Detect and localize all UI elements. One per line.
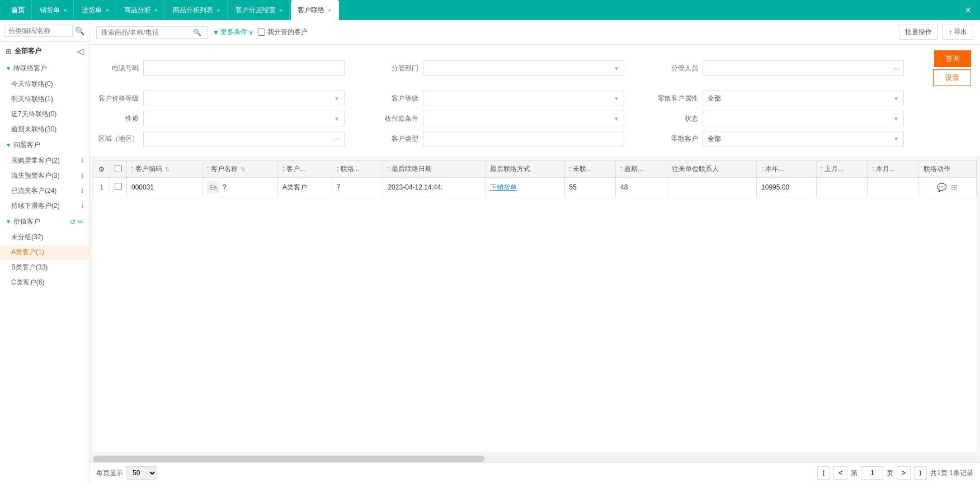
filter-payment-select[interactable]: ▼ [423, 111, 624, 126]
col-type[interactable]: : 客户... [277, 161, 332, 178]
col-code[interactable]: : 客户编码 ⇅ [127, 161, 202, 178]
section-problem-customers[interactable]: ▼ 问题客户 [0, 137, 89, 153]
sidebar-item-declining[interactable]: 持续下滑客户(2) ℹ [0, 198, 89, 214]
row-this-year: 10995.00 [757, 178, 816, 197]
horizontal-scrollbar[interactable] [93, 456, 977, 462]
filter-status-select[interactable]: ▼ [703, 111, 904, 126]
sidebar-item-ungrouped-label: 未分组(32) [11, 233, 83, 242]
sidebar-item-7days-label: 近7天待联络(0) [11, 110, 83, 119]
select-all-checkbox[interactable] [115, 165, 122, 172]
tab-product-analysis[interactable]: 商品分析 × [117, 0, 165, 20]
filter-retail-select[interactable]: 全部 ▼ [703, 131, 904, 146]
sidebar-item-tomorrow[interactable]: 明天待联络(1) [0, 92, 89, 107]
page-size-select[interactable]: 50 20 100 200 [126, 466, 157, 480]
filter-person-select[interactable]: ··· [703, 60, 904, 76]
col-settings[interactable]: ⚙ [93, 161, 110, 178]
filter-nature-select[interactable]: ▼ [143, 111, 345, 126]
query-button[interactable]: 查询 [934, 50, 971, 67]
message-action-icon[interactable]: 💬 [937, 183, 946, 192]
filter-person-label: 分管人员 [658, 64, 703, 73]
col-this-month-sep: : [872, 165, 874, 173]
sidebar-item-today[interactable]: 今天待联络(0) [0, 77, 89, 92]
row-contact-person [667, 178, 756, 197]
first-page-button[interactable]: ⟨ [817, 466, 830, 480]
next-page-button[interactable]: > [897, 466, 911, 480]
sidebar-item-tomorrow-label: 明天待联络(1) [11, 94, 83, 104]
col-overdue[interactable]: : 逾期... [616, 161, 667, 178]
col-this-year[interactable]: : 本年... [757, 161, 816, 178]
tab-product-analysis-list-close[interactable]: × [216, 7, 220, 13]
page-number-input[interactable] [861, 466, 883, 480]
col-last-method[interactable]: 最后联络方式 [486, 161, 564, 178]
section-value-triangle-icon: ▼ [6, 219, 11, 225]
tab-customer-contact[interactable]: 客户联络 × [291, 0, 338, 20]
edit-icon[interactable]: ✏ [78, 218, 83, 226]
export-button[interactable]: ↑ 导出 [943, 25, 973, 40]
sidebar-item-churn-warning[interactable]: 流失预警客户(3) ℹ [0, 168, 89, 183]
advanced-filter-panel: 电话号码 分管部门 ▼ 分管人员 ··· [89, 45, 980, 157]
col-uncontacted[interactable]: : 未联... [564, 161, 616, 178]
filter-region-dots[interactable]: ··· [334, 135, 340, 143]
filter-retail-attr-select[interactable]: 全部 ▼ [703, 91, 904, 106]
sidebar-search-area: 🔍 [0, 20, 89, 42]
sidebar-item-class-a[interactable]: A类客户(1) [0, 245, 89, 260]
last-page-button[interactable]: ⟩ [914, 466, 927, 480]
col-overdue-sep: : [620, 165, 622, 173]
grid-action-icon[interactable]: ⊞ [951, 183, 958, 192]
row-last-method-link[interactable]: 下销货单 [490, 183, 517, 191]
close-all-button[interactable]: × [960, 4, 976, 16]
row-checkbox[interactable] [115, 183, 122, 190]
filter-phone-input[interactable] [143, 60, 345, 76]
filter-price-level-select[interactable]: ▼ [143, 91, 345, 106]
row-checkbox-cell [110, 178, 127, 197]
tab-sales-order-label: 销货单 [40, 6, 60, 15]
setting-button[interactable]: 设置 [933, 69, 971, 86]
tab-sales-order-close[interactable]: × [63, 7, 67, 13]
col-last-date[interactable]: : 最后联络日期 [383, 161, 486, 178]
sidebar-all-customers[interactable]: ⊞ 全部客户 ◁ [0, 42, 89, 60]
scroll-thumb[interactable] [93, 456, 484, 462]
col-last-month[interactable]: : 上月... [816, 161, 868, 178]
sidebar-item-class-b[interactable]: B类客户(33) [0, 260, 89, 275]
tab-sales-order[interactable]: 销货单 × [33, 0, 74, 20]
sidebar-item-class-c[interactable]: C类客户(6) [0, 275, 89, 290]
filter-search-input[interactable] [101, 29, 191, 36]
filter-person-dots[interactable]: ··· [893, 64, 899, 72]
col-contact-person[interactable]: 往来单位联系人 [667, 161, 756, 178]
col-contact[interactable]: : 联络... [332, 161, 383, 178]
sidebar-item-abnormal[interactable]: 囤购异常客户(2) ℹ [0, 153, 89, 168]
section-pending-contact[interactable]: ▼ 待联络客户 [0, 60, 89, 77]
filter-nature-arrow: ▼ [334, 116, 340, 122]
sidebar-item-7days[interactable]: 近7天待联络(0) [0, 107, 89, 122]
tab-customer-stratification-close[interactable]: × [279, 7, 282, 13]
col-this-month[interactable]: : 本月... [868, 161, 919, 178]
filter-region-select[interactable]: ··· [143, 131, 345, 146]
tab-purchase-order[interactable]: 进货单 × [75, 0, 116, 20]
filter-customer-level-select[interactable]: ▼ [423, 91, 624, 106]
filter-search-icon[interactable]: 🔍 [193, 29, 201, 36]
tab-product-analysis-close[interactable]: × [154, 7, 158, 13]
col-last-month-sep: : [821, 165, 823, 173]
sidebar-item-churned[interactable]: 已流失客户(24) ℹ [0, 183, 89, 198]
prev-page-button[interactable]: < [833, 466, 847, 480]
batch-op-button[interactable]: 批量操作 [899, 25, 938, 40]
tab-home[interactable]: 首页 [4, 0, 32, 20]
tab-purchase-order-close[interactable]: × [105, 7, 109, 13]
filter-field-customer-level: 客户等级 ▼ [378, 91, 624, 106]
refresh-icon[interactable]: ↺ [70, 218, 76, 226]
sidebar-collapse-icon[interactable]: ◁ [77, 47, 83, 56]
sidebar-item-ungrouped[interactable]: 未分组(32) [0, 230, 89, 245]
section-value-customers[interactable]: ▼ 价值客户 ↺ ✏ [0, 214, 89, 230]
col-name[interactable]: : 客户名称 ⇅ [202, 161, 277, 178]
more-conditions-btn[interactable]: ▼ 更多条件 ∨ [213, 27, 253, 37]
filter-retail-attr-value: 全部 [708, 94, 721, 103]
sidebar-search-input[interactable] [4, 25, 73, 37]
tab-customer-contact-close[interactable]: × [328, 7, 331, 13]
sidebar-item-overdue[interactable]: 逾期未联络(30) [0, 122, 89, 137]
filter-customer-type-input[interactable] [423, 131, 624, 146]
filter-dept-select[interactable]: ▼ [423, 60, 624, 76]
tab-product-analysis-list[interactable]: 商品分析列表 × [166, 0, 227, 20]
sidebar-search-icon[interactable]: 🔍 [75, 26, 84, 35]
tab-customer-stratification[interactable]: 客户分层经营 × [229, 0, 290, 20]
my-customers-checkbox[interactable] [258, 29, 265, 36]
